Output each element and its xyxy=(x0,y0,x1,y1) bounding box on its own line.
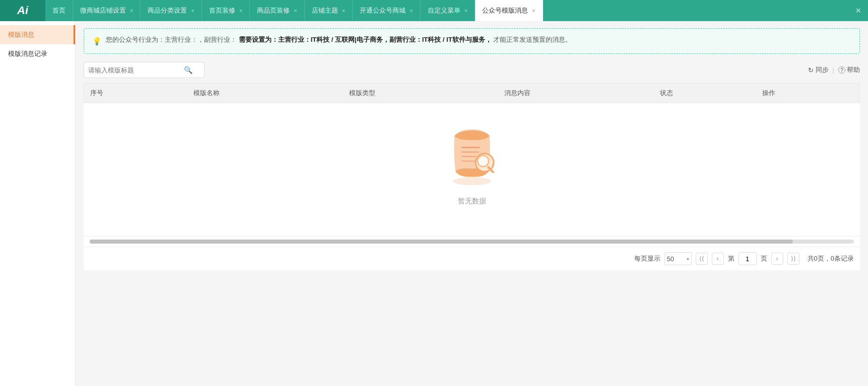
close-tab-icon[interactable]: × xyxy=(464,8,468,14)
sidebar-item-template-message[interactable]: 模版消息 xyxy=(0,25,75,44)
last-page-button[interactable]: ⟩⟩ xyxy=(787,253,799,265)
top-nav: Ai 首页微商城店铺设置 ×商品分类设置 ×首页装修 ×商品页装修 ×店铺主题 … xyxy=(0,0,868,21)
bulb-icon: 💡 xyxy=(92,35,102,47)
search-row: 🔍 ↻ 同步 | ? 帮助 xyxy=(84,62,860,78)
per-page-select[interactable]: 50 ▾ xyxy=(664,252,692,265)
logo: Ai xyxy=(0,0,45,21)
search-input[interactable] xyxy=(88,66,184,74)
nav-tab-home[interactable]: 首页 xyxy=(45,0,73,21)
page-unit-label: 页 xyxy=(761,254,767,263)
content-area: 💡 您的公众号行业为：主营行业：，副营行业： 需要设置为：主营行业：IT科技 /… xyxy=(76,21,868,386)
sidebar: 模版消息模版消息记录 xyxy=(0,21,76,386)
help-icon: ? xyxy=(838,66,845,73)
sync-help: ↻ 同步 | ? 帮助 xyxy=(808,65,860,74)
empty-illustration xyxy=(439,123,505,189)
notice-text: 您的公众号行业为：主营行业：，副营行业： 需要设置为：主营行业：IT科技 / 互… xyxy=(106,35,572,45)
col-index: 序号 xyxy=(84,84,187,103)
svg-point-0 xyxy=(453,177,491,185)
nav-tab-product-design[interactable]: 商品页装修 × xyxy=(250,0,304,21)
svg-point-6 xyxy=(478,156,489,167)
nav-tab-homepage-design[interactable]: 首页装修 × xyxy=(202,0,250,21)
nav-tab-store-theme[interactable]: 店铺主题 × xyxy=(305,0,353,21)
page-input[interactable] xyxy=(739,252,757,265)
search-icon[interactable]: 🔍 xyxy=(184,66,192,74)
help-button[interactable]: ? 帮助 xyxy=(838,65,860,74)
col-template-type: 模版类型 xyxy=(343,84,499,103)
fake-scrollbar[interactable] xyxy=(90,240,854,244)
nav-tab-custom-menu[interactable]: 自定义菜单 × xyxy=(421,0,475,21)
close-all-button[interactable]: × xyxy=(848,6,868,16)
total-info: 共0页，0条记录 xyxy=(808,254,854,263)
nav-tab-category-settings[interactable]: 商品分类设置 × xyxy=(141,0,202,21)
pagination-row: 每页显示 50 ▾ ⟨⟨ ‹ 第 页 › ⟩⟩ 共0页，0条记录 xyxy=(84,247,860,270)
notice-box: 💡 您的公众号行业为：主营行业：，副营行业： 需要设置为：主营行业：IT科技 /… xyxy=(84,28,860,54)
nav-tab-open-mall[interactable]: 开通公众号商城 × xyxy=(353,0,420,21)
close-tab-icon[interactable]: × xyxy=(239,8,242,14)
col-status: 状态 xyxy=(654,84,756,103)
col-message-content: 消息内容 xyxy=(498,84,654,103)
table-header-row: 序号模版名称模版类型消息内容状态操作 xyxy=(84,84,860,103)
scrollbar-thumb xyxy=(90,240,793,244)
per-page-label: 每页显示 xyxy=(634,254,660,263)
prev-page-button[interactable]: ‹ xyxy=(712,253,724,265)
toolbar-divider: | xyxy=(833,66,834,74)
close-tab-icon[interactable]: × xyxy=(130,8,133,14)
nav-tab-template-msg[interactable]: 公众号模版消息 × xyxy=(475,0,543,21)
main-layout: 模版消息模版消息记录 💡 您的公众号行业为：主营行业：，副营行业： 需要设置为：… xyxy=(0,21,868,386)
sidebar-item-template-message-record[interactable]: 模版消息记录 xyxy=(0,44,75,63)
close-tab-icon[interactable]: × xyxy=(532,8,535,14)
scrollbar-row xyxy=(84,236,860,247)
nav-tabs: 首页微商城店铺设置 ×商品分类设置 ×首页装修 ×商品页装修 ×店铺主题 ×开通… xyxy=(45,0,848,21)
close-tab-icon[interactable]: × xyxy=(191,8,194,14)
next-page-button[interactable]: › xyxy=(771,253,783,265)
close-tab-icon[interactable]: × xyxy=(294,8,297,14)
page-prefix-label: 第 xyxy=(728,254,735,263)
empty-text: 暂无数据 xyxy=(458,197,486,206)
data-table: 序号模版名称模版类型消息内容状态操作 xyxy=(84,83,860,103)
col-template-name: 模版名称 xyxy=(187,84,343,103)
sync-button[interactable]: ↻ 同步 xyxy=(808,65,829,74)
col-action: 操作 xyxy=(756,84,859,103)
search-input-wrap[interactable]: 🔍 xyxy=(84,62,205,78)
sync-icon: ↻ xyxy=(808,66,814,74)
close-tab-icon[interactable]: × xyxy=(410,8,413,14)
dropdown-chevron-icon: ▾ xyxy=(687,256,689,262)
close-tab-icon[interactable]: × xyxy=(342,8,345,14)
empty-state: 暂无数据 xyxy=(84,103,860,236)
nav-tab-shop-settings[interactable]: 微商城店铺设置 × xyxy=(73,0,141,21)
empty-svg xyxy=(439,123,505,189)
first-page-button[interactable]: ⟨⟨ xyxy=(696,253,708,265)
